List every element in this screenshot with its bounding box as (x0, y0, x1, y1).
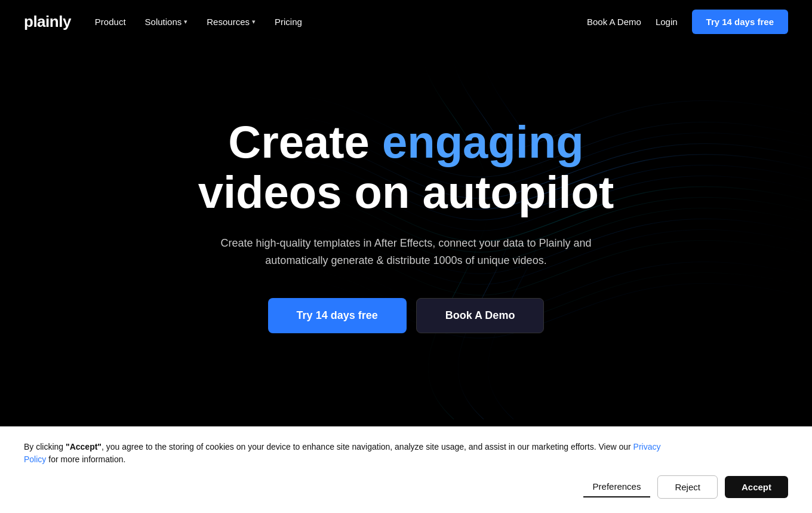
hero-title: Create engaging videos on autopilot (198, 117, 614, 217)
hero-subtitle: Create high-quality templates in After E… (203, 235, 609, 269)
chevron-down-icon: ▾ (184, 18, 187, 26)
nav-link-product[interactable]: Product (95, 17, 126, 27)
nav-left: plainly Product Solutions ▾ Resources ▾ (24, 13, 302, 31)
try-free-nav-button[interactable]: Try 14 days free (692, 10, 788, 34)
nav-links: Product Solutions ▾ Resources ▾ Pricing (95, 17, 302, 27)
nav-item-resources[interactable]: Resources ▾ (207, 17, 256, 27)
login-link[interactable]: Login (656, 17, 678, 27)
try-free-hero-button[interactable]: Try 14 days free (268, 298, 407, 333)
chevron-down-icon: ▾ (252, 18, 256, 26)
hero-content: Create engaging videos on autopilot Crea… (198, 117, 614, 333)
nav-link-resources[interactable]: Resources ▾ (207, 17, 256, 27)
hero-cta-buttons: Try 14 days free Book A Demo (198, 298, 614, 333)
nav-right: Book A Demo Login Try 14 days free (587, 10, 788, 34)
nav-item-pricing[interactable]: Pricing (275, 17, 302, 27)
nav-item-solutions[interactable]: Solutions ▾ (145, 17, 188, 27)
nav-item-product[interactable]: Product (95, 17, 126, 27)
hero-section: Create engaging videos on autopilot Crea… (0, 43, 812, 419)
navbar: plainly Product Solutions ▾ Resources ▾ (0, 0, 812, 43)
book-demo-link[interactable]: Book A Demo (587, 17, 641, 27)
book-demo-hero-button[interactable]: Book A Demo (416, 298, 545, 333)
nav-link-pricing[interactable]: Pricing (275, 17, 302, 27)
nav-link-solutions[interactable]: Solutions ▾ (145, 17, 188, 27)
logo[interactable]: plainly (24, 13, 71, 31)
